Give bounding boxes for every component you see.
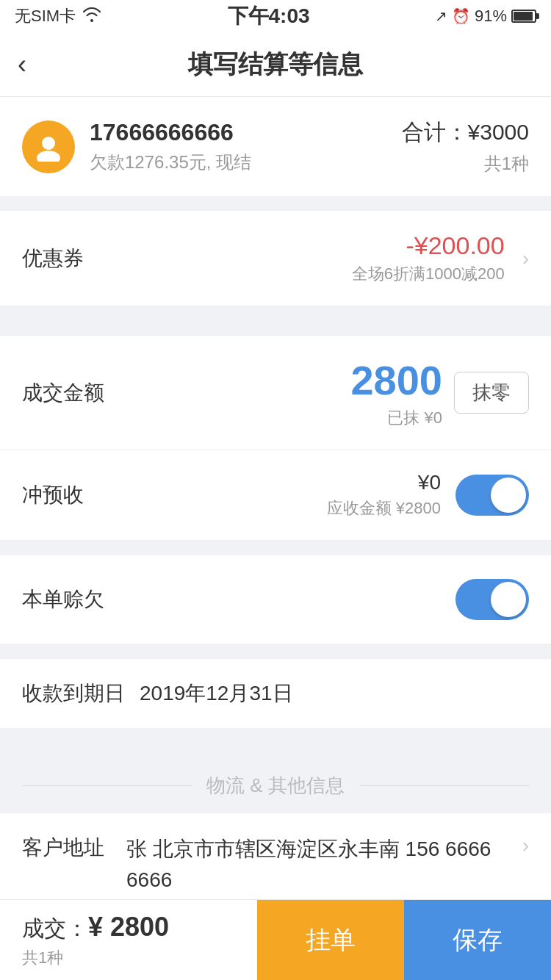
coupon-right: -¥200.00 全场6折满1000减200 › xyxy=(352,231,529,285)
bottom-deal-amount: ¥ 2800 xyxy=(88,912,169,942)
battery-icon xyxy=(511,10,536,23)
coupon-label: 优惠券 xyxy=(22,245,84,273)
total-label-value: 合计：¥3000 xyxy=(402,118,529,148)
address-chevron: › xyxy=(522,834,529,857)
prepay-row: 冲预收 ¥0 应收金额 ¥2800 xyxy=(0,450,551,541)
round-button[interactable]: 抹零 xyxy=(454,372,529,414)
coupon-values: -¥200.00 全场6折满1000减200 xyxy=(352,231,505,285)
status-bar: 无SIM卡 下午4:03 ↗ ⏰ 91% xyxy=(0,0,551,32)
section-gap-3 xyxy=(0,743,551,758)
due-date-value: 2019年12月31日 xyxy=(140,680,293,707)
content-area: 17666666666 欠款1276.35元, 现结 合计：¥3000 共1种 … xyxy=(0,97,551,980)
total-value: ¥3000 xyxy=(468,120,529,144)
prepay-toggle-knob xyxy=(491,478,526,513)
section-gap-1 xyxy=(0,321,551,336)
status-time: 下午4:03 xyxy=(228,2,310,30)
wifi-icon xyxy=(82,6,102,26)
deferred-toggle-knob xyxy=(491,582,526,617)
deal-amount-row: 成交金额 2800 已抹 ¥0 抹零 xyxy=(0,336,551,450)
avatar xyxy=(22,120,75,173)
address-text: 张 北京市市辖区海淀区永丰南 156 6666 6666 xyxy=(126,834,511,896)
no-sim-text: 无SIM卡 xyxy=(15,5,76,27)
alarm-icon: ⏰ xyxy=(452,7,470,25)
deal-amount-label: 成交金额 xyxy=(22,379,104,407)
user-note: 欠款1276.35元, 现结 xyxy=(90,151,251,174)
prepay-right: ¥0 应收金额 ¥2800 xyxy=(327,471,529,519)
page-title: 填写结算等信息 xyxy=(188,48,363,82)
logistics-divider: 物流 & 其他信息 xyxy=(0,758,551,813)
deal-amount-values: 2800 已抹 ¥0 xyxy=(350,356,442,429)
svg-point-0 xyxy=(42,137,55,150)
prepay-amount: ¥0 xyxy=(327,471,441,494)
status-left: 无SIM卡 xyxy=(15,5,102,27)
hold-button[interactable]: 挂单 xyxy=(257,900,404,981)
prepay-label: 冲预收 xyxy=(22,481,84,509)
bottom-deal-row: 成交：¥ 2800 xyxy=(22,912,235,944)
coupon-description: 全场6折满1000减200 xyxy=(352,263,505,285)
divider-line-right xyxy=(359,785,529,786)
deal-amount-right: 2800 已抹 ¥0 抹零 xyxy=(350,356,529,429)
logistics-label: 物流 & 其他信息 xyxy=(206,773,345,799)
due-date-label: 收款到期日 xyxy=(22,680,125,707)
coupon-chevron: › xyxy=(522,247,529,270)
prepay-toggle[interactable] xyxy=(455,475,529,516)
nav-bar: ‹ 填写结算等信息 xyxy=(0,32,551,97)
bottom-summary: 成交：¥ 2800 共1种 xyxy=(0,912,257,969)
location-icon: ↗ xyxy=(435,7,447,25)
total-label: 合计： xyxy=(402,120,468,144)
due-date-row: 收款到期日 2019年12月31日 xyxy=(0,659,551,729)
deferred-row: 本单赊欠 xyxy=(0,555,551,644)
prepay-sub: 应收金额 ¥2800 xyxy=(327,497,441,519)
deferred-toggle[interactable] xyxy=(455,579,529,620)
user-info-row: 17666666666 欠款1276.35元, 现结 合计：¥3000 共1种 xyxy=(0,97,551,196)
deal-amount-value: 2800 xyxy=(350,356,442,404)
save-button[interactable]: 保存 xyxy=(404,900,551,981)
coupon-discount: -¥200.00 xyxy=(352,231,505,260)
svg-point-1 xyxy=(37,151,60,162)
battery-percent: 91% xyxy=(475,7,507,26)
user-info: 17666666666 欠款1276.35元, 现结 xyxy=(90,119,251,174)
back-button[interactable]: ‹ xyxy=(18,49,26,80)
status-right: ↗ ⏰ 91% xyxy=(435,7,536,26)
deal-amount-sub: 已抹 ¥0 xyxy=(350,407,442,429)
item-count: 共1种 xyxy=(402,152,529,176)
coupon-row[interactable]: 优惠券 -¥200.00 全场6折满1000减200 › xyxy=(0,211,551,306)
bottom-deal-label: 成交： xyxy=(22,916,88,940)
address-label: 客户地址 xyxy=(22,834,104,862)
bottom-bar: 成交：¥ 2800 共1种 挂单 保存 xyxy=(0,899,551,980)
divider-line-left xyxy=(22,785,192,786)
section-gap-2 xyxy=(0,541,551,555)
bottom-count: 共1种 xyxy=(22,947,235,969)
deferred-label: 本单赊欠 xyxy=(22,586,104,613)
user-left: 17666666666 欠款1276.35元, 现结 xyxy=(22,119,251,174)
user-phone: 17666666666 xyxy=(90,119,251,146)
prepay-values: ¥0 应收金额 ¥2800 xyxy=(327,471,441,519)
user-right: 合计：¥3000 共1种 xyxy=(402,118,529,176)
